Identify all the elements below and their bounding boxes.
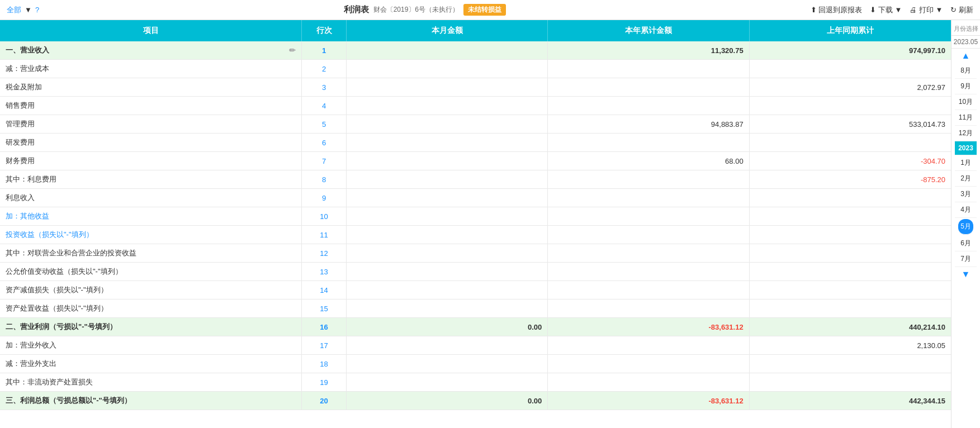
cell-month xyxy=(347,41,548,59)
month-btn[interactable]: 2023 xyxy=(955,141,977,155)
header-col-ytd: 本年累计金额 xyxy=(548,20,749,41)
cell-month xyxy=(347,226,548,244)
cell-ytd xyxy=(548,281,749,299)
cell-prev xyxy=(750,226,951,244)
month-btn[interactable]: 6月 xyxy=(955,236,977,251)
cell-ytd xyxy=(548,134,749,151)
cell-ytd xyxy=(548,336,749,354)
cell-row-num: 12 xyxy=(302,244,347,262)
table-row: 财务费用768.00-304.70 xyxy=(0,152,951,170)
btn-print[interactable]: 🖨 打印 ▼ xyxy=(910,5,943,15)
cell-item: 减：营业成本 xyxy=(0,60,302,78)
report-subtitle: 财会〔2019〕6号（未执行） xyxy=(373,5,459,15)
month-btn[interactable]: 10月 xyxy=(955,94,977,110)
cell-ytd xyxy=(548,299,749,317)
nav-down[interactable]: ▼ xyxy=(959,267,973,282)
cell-item: 投资收益（损失以"-"填列） xyxy=(0,226,302,244)
header-col-month: 本月金额 xyxy=(347,20,548,41)
cell-month xyxy=(347,170,548,188)
cell-row-num: 6 xyxy=(302,134,347,151)
table-row: 其中：非流动资产处置损失19 xyxy=(0,373,951,392)
cell-ytd xyxy=(548,189,749,207)
cell-item: 其中：对联营企业和合营企业的投资收益 xyxy=(0,244,302,262)
cell-prev xyxy=(750,97,951,115)
edit-icon[interactable]: ✏ xyxy=(289,46,296,55)
cell-item: 资产减值损失（损失以"-"填列） xyxy=(0,281,302,299)
cell-row-num: 2 xyxy=(302,60,347,78)
cell-ytd: -83,631.12 xyxy=(548,318,749,336)
table-row: 二、营业利润（亏损以"-"号填列）160.00-83,631.12440,214… xyxy=(0,318,951,336)
cell-month xyxy=(347,189,548,207)
month-btn[interactable]: 4月 xyxy=(955,202,977,218)
table-body: 一、营业收入✏111,320.75974,997.10减：营业成本2税金及附加3… xyxy=(0,41,951,410)
cell-row-num: 9 xyxy=(302,189,347,207)
cell-item: 其中：利息费用 xyxy=(0,170,302,188)
cell-month xyxy=(347,263,548,280)
cell-item: 加：营业外收入 xyxy=(0,336,302,354)
table-row: 研发费用6 xyxy=(0,134,951,152)
cell-prev: 2,072.97 xyxy=(750,78,951,96)
page-title: 利润表 xyxy=(344,4,369,15)
cell-row-num: 20 xyxy=(302,392,347,410)
cell-month xyxy=(347,97,548,115)
cell-item: 财务费用 xyxy=(0,152,302,170)
cell-prev: 442,344.15 xyxy=(750,392,951,410)
month-btn[interactable]: 12月 xyxy=(955,126,977,141)
cell-month xyxy=(347,336,548,354)
month-btn[interactable]: 8月 xyxy=(955,63,977,79)
cell-item: 销售费用 xyxy=(0,97,302,115)
btn-refresh[interactable]: ↻ 刷新 xyxy=(950,5,973,15)
btn-download[interactable]: ⬇ 下载 ▼ xyxy=(870,5,902,15)
cell-row-num: 14 xyxy=(302,281,347,299)
header-col-item: 项目 xyxy=(0,20,302,41)
table-row: 税金及附加32,072.97 xyxy=(0,78,951,97)
header-col-prev: 上年同期累计 xyxy=(750,20,951,41)
month-btn[interactable]: 2月 xyxy=(955,171,977,187)
cell-ytd xyxy=(548,373,749,391)
table-row: 减：营业成本2 xyxy=(0,60,951,78)
cell-month: 0.00 xyxy=(347,318,548,336)
cell-item: 其中：非流动资产处置损失 xyxy=(0,373,302,391)
month-btn[interactable]: 3月 xyxy=(955,187,977,202)
btn-return[interactable]: ⬆ 回退到原报表 xyxy=(811,5,863,15)
month-btn[interactable]: 9月 xyxy=(955,79,977,94)
cell-prev: 533,014.73 xyxy=(750,115,951,133)
cell-prev: 974,997.10 xyxy=(750,41,951,59)
month-btn[interactable]: 1月 xyxy=(955,155,977,171)
cell-ytd: -83,631.12 xyxy=(548,392,749,410)
cell-row-num: 8 xyxy=(302,170,347,188)
cell-ytd xyxy=(548,60,749,78)
cell-row-num: 4 xyxy=(302,97,347,115)
cell-prev xyxy=(750,244,951,262)
cell-row-num: 17 xyxy=(302,336,347,354)
cell-row-num: 3 xyxy=(302,78,347,96)
cell-month xyxy=(347,115,548,133)
sidebar-right: 月份选择 2023.05 ▲ 8月9月10月11月12月20231月2月3月4月… xyxy=(951,20,980,428)
cell-month xyxy=(347,355,548,373)
nav-up[interactable]: ▲ xyxy=(959,49,973,63)
cell-month xyxy=(347,78,548,96)
help-icon[interactable]: ? xyxy=(35,6,39,14)
cell-ytd xyxy=(548,244,749,262)
month-btn[interactable]: 11月 xyxy=(955,110,977,126)
cell-prev xyxy=(750,207,951,225)
cell-month xyxy=(347,244,548,262)
table-row: 公允价值变动收益（损失以"-"填列）13 xyxy=(0,263,951,281)
cell-row-num: 7 xyxy=(302,152,347,170)
month-btn[interactable]: 7月 xyxy=(955,251,977,267)
breadcrumb-all[interactable]: 全部 xyxy=(7,5,21,15)
cell-item: 资产处置收益（损失以"-"填列） xyxy=(0,299,302,317)
cell-item: 税金及附加 xyxy=(0,78,302,96)
cell-ytd xyxy=(548,263,749,280)
table-row: 销售费用4 xyxy=(0,97,951,115)
table-row: 三、利润总额（亏损总额以"-"号填列）200.00-83,631.12442,3… xyxy=(0,392,951,410)
month-btn[interactable]: 5月 xyxy=(958,219,973,235)
cell-month xyxy=(347,299,548,317)
cell-ytd: 68.00 xyxy=(548,152,749,170)
table-header: 项目 行次 本月金额 本年累计金额 上年同期累计 xyxy=(0,20,951,41)
table-row: 一、营业收入✏111,320.75974,997.10 xyxy=(0,41,951,60)
cell-item: 利息收入 xyxy=(0,189,302,207)
cell-ytd: 11,320.75 xyxy=(548,41,749,59)
table-row: 管理费用594,883.87533,014.73 xyxy=(0,115,951,134)
header-col-row: 行次 xyxy=(302,20,347,41)
